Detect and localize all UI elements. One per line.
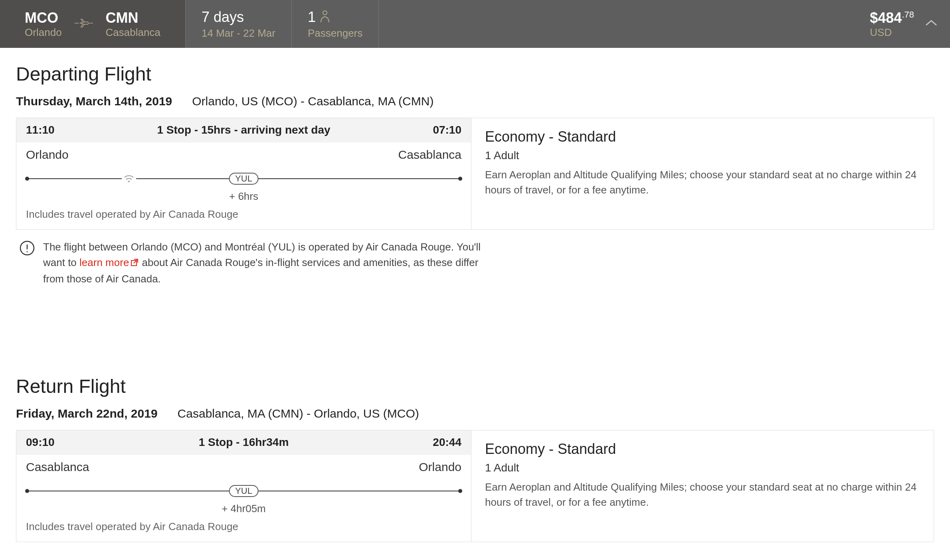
departing-flight-card: 11:10 1 Stop - 15hrs - arriving next day…: [16, 118, 934, 230]
dest-city: Casablanca: [106, 26, 160, 39]
price-amount: $484.78: [870, 10, 914, 26]
operator-note: Includes travel operated by Air Canada R…: [16, 208, 471, 229]
flight-details[interactable]: 09:10 1 Stop - 16hr34m 20:44 Casablanca …: [16, 430, 471, 542]
duration-label: 7 days: [202, 9, 275, 26]
dep-time: 11:10: [26, 124, 55, 136]
header-spacer: [379, 0, 854, 48]
chevron-up-icon[interactable]: [924, 19, 938, 29]
dep-city: Casablanca: [26, 460, 89, 474]
person-icon: [320, 10, 330, 25]
flight-details[interactable]: 11:10 1 Stop - 15hrs - arriving next day…: [16, 118, 471, 229]
return-title: Return Flight: [16, 375, 934, 397]
learn-more-link[interactable]: learn more: [79, 256, 129, 268]
origin-city: Orlando: [25, 26, 62, 39]
layover-duration: + 4hr05m: [16, 503, 471, 515]
fare-pax: 1 Adult: [485, 149, 920, 162]
svg-point-0: [323, 11, 327, 15]
arr-city: Casablanca: [398, 148, 461, 162]
flight-timeline: YUL: [26, 483, 461, 499]
fare-desc: Earn Aeroplan and Altitude Qualifying Mi…: [485, 480, 920, 510]
flight-cities-row: Orlando Casablanca: [16, 142, 471, 164]
fare-title: Economy - Standard: [485, 128, 920, 145]
wifi-icon: [122, 174, 136, 185]
departing-title: Departing Flight: [16, 63, 934, 85]
arr-time: 07:10: [433, 124, 461, 136]
flight-summary: 1 Stop - 16hr34m: [199, 436, 289, 449]
flight-timeline: YUL: [26, 171, 461, 187]
summary-header: MCO Orlando CMN Casablanca 7 days 14 Mar…: [0, 0, 950, 48]
arr-time: 20:44: [433, 436, 461, 449]
passengers-segment[interactable]: 1 Passengers: [292, 0, 379, 48]
dest-block: CMN Casablanca: [106, 10, 160, 39]
price-segment[interactable]: $484.78 USD: [854, 0, 950, 48]
price-currency: USD: [870, 26, 914, 39]
notice-text: The flight between Orlando (MCO) and Mon…: [43, 239, 487, 287]
route-segment[interactable]: MCO Orlando CMN Casablanca: [0, 0, 186, 48]
pax-count: 1: [308, 9, 316, 26]
rouge-notice: The flight between Orlando (MCO) and Mon…: [16, 230, 487, 296]
flight-summary: 1 Stop - 15hrs - arriving next day: [157, 124, 330, 136]
return-route: Casablanca, MA (CMN) - Orlando, US (MCO): [178, 407, 419, 420]
dep-time: 09:10: [26, 436, 55, 449]
stop-badge[interactable]: YUL: [229, 173, 259, 185]
pax-label: Passengers: [308, 27, 362, 39]
departing-date: Thursday, March 14th, 2019: [16, 95, 172, 108]
duration-segment[interactable]: 7 days 14 Mar - 22 Mar: [186, 0, 292, 48]
svg-point-1: [128, 181, 130, 182]
dep-city: Orlando: [26, 148, 69, 162]
plane-icon: [74, 16, 94, 32]
fare-title: Economy - Standard: [485, 441, 920, 457]
layover-duration: + 6hrs: [16, 190, 471, 203]
fare-details: Economy - Standard 1 Adult Earn Aeroplan…: [471, 118, 934, 229]
origin-code: MCO: [25, 10, 62, 26]
flight-cities-row: Casablanca Orlando: [16, 455, 471, 476]
alert-icon: [19, 240, 35, 287]
flight-times-row: 11:10 1 Stop - 15hrs - arriving next day…: [16, 118, 471, 142]
dest-code: CMN: [106, 10, 160, 26]
return-flight-card: 09:10 1 Stop - 16hr34m 20:44 Casablanca …: [16, 430, 934, 542]
origin-block: MCO Orlando: [25, 10, 62, 39]
arr-city: Orlando: [419, 460, 461, 474]
flight-times-row: 09:10 1 Stop - 16hr34m 20:44: [16, 430, 471, 455]
svg-point-4: [27, 251, 28, 252]
departing-date-route: Thursday, March 14th, 2019 Orlando, US (…: [16, 95, 934, 118]
return-date-route: Friday, March 22nd, 2019 Casablanca, MA …: [16, 407, 934, 430]
fare-pax: 1 Adult: [485, 461, 920, 474]
operator-note: Includes travel operated by Air Canada R…: [16, 521, 471, 542]
stop-badge[interactable]: YUL: [229, 485, 259, 497]
fare-desc: Earn Aeroplan and Altitude Qualifying Mi…: [485, 168, 920, 197]
date-range: 14 Mar - 22 Mar: [202, 27, 275, 39]
fare-details: Economy - Standard 1 Adult Earn Aeroplan…: [471, 430, 934, 542]
departing-route: Orlando, US (MCO) - Casablanca, MA (CMN): [192, 95, 433, 108]
external-link-icon: [130, 257, 139, 269]
return-date: Friday, March 22nd, 2019: [16, 407, 158, 420]
